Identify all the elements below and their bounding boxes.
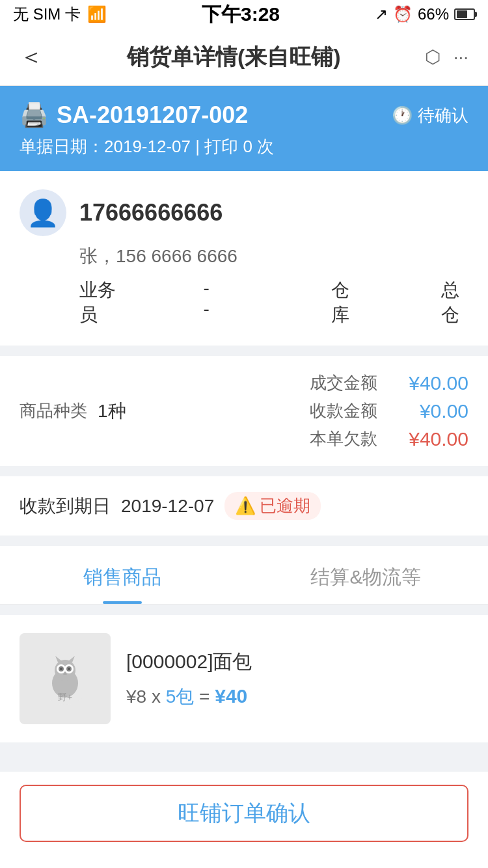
summary-right: 成交金额 ¥40.00 收款金额 ¥0.00 本单欠款 ¥40.00: [310, 372, 468, 450]
total-price: ¥40: [215, 685, 247, 707]
wifi-icon: 📶: [87, 5, 107, 23]
page-title: 销货单详情(来自旺铺): [43, 42, 425, 72]
avatar-icon: 👤: [27, 198, 59, 228]
multiply-sign: x: [152, 686, 161, 707]
warehouse-value: 总仓: [441, 278, 468, 327]
amount-value: ¥40.00: [390, 372, 468, 394]
tabs-section: 销售商品 结算&物流等: [0, 546, 488, 604]
type-row: 商品种类 1种: [20, 399, 126, 424]
status-bar: 无 SIM 卡 📶 下午3:28 ↗ ⏰ 66%: [0, 0, 488, 29]
amount-label: 成交金额: [310, 372, 377, 394]
customer-section: 👤 17666666666 张，156 6666 6666 业务员 -- 仓库 …: [0, 171, 488, 346]
salesperson-label: 业务员: [79, 278, 120, 327]
summary-section: 商品种类 1种 成交金额 ¥40.00 收款金额 ¥0.00 本单欠款 ¥40.…: [0, 356, 488, 466]
customer-row: 👤 17666666666: [20, 189, 468, 236]
product-thumbnail: 野+: [20, 633, 111, 724]
svg-text:野+: 野+: [58, 692, 72, 702]
summary-left: 商品种类 1种: [20, 372, 126, 450]
share-button[interactable]: ⬡: [425, 46, 441, 68]
carrier-label: 无 SIM 卡: [13, 4, 81, 25]
amount-row: 成交金额 ¥40.00: [310, 372, 468, 394]
tab-products[interactable]: 销售商品: [0, 546, 244, 604]
overdue-badge: ⚠️ 已逾期: [224, 492, 321, 520]
status-right: ↗ ⏰ 66%: [375, 5, 475, 23]
product-section: 野+ [0000002]面包 ¥8 x 5包 = ¥40: [0, 615, 488, 742]
salesperson-value: --: [203, 278, 212, 327]
product-info: [0000002]面包 ¥8 x 5包 = ¥40: [126, 633, 468, 724]
battery-icon: [454, 8, 475, 20]
location-icon: ↗: [375, 5, 388, 23]
owed-label: 本单欠款: [310, 427, 377, 450]
unit-price: ¥8: [126, 686, 146, 707]
product-image: 野+: [36, 649, 94, 708]
tab-settlement[interactable]: 结算&物流等: [244, 546, 488, 604]
status-text: 待确认: [418, 104, 468, 127]
bottom-bar: 旺铺订单确认: [0, 772, 488, 868]
status-left: 无 SIM 卡 📶: [13, 4, 107, 25]
time-label: 下午3:28: [202, 1, 280, 28]
owed-row: 本单欠款 ¥40.00: [310, 427, 468, 450]
due-section: 收款到期日 2019-12-07 ⚠️ 已逾期: [0, 476, 488, 536]
order-icon: 🖨️: [20, 102, 49, 129]
overdue-text: 已逾期: [260, 495, 310, 517]
svg-point-7: [60, 668, 62, 670]
alarm-icon: ⏰: [393, 5, 413, 23]
quantity: 5包: [166, 686, 195, 707]
battery-label: 66%: [418, 5, 449, 23]
product-price: ¥8 x 5包 = ¥40: [126, 685, 468, 709]
avatar: 👤: [20, 189, 66, 236]
customer-meta: 业务员 -- 仓库 总仓: [79, 278, 468, 327]
warning-icon: ⚠️: [235, 496, 256, 516]
customer-phone: 17666666666: [79, 199, 223, 226]
tabs-row: 销售商品 结算&物流等: [0, 546, 488, 604]
order-status: 🕐 待确认: [392, 104, 468, 127]
owed-value: ¥40.00: [390, 428, 468, 450]
received-row: 收款金额 ¥0.00: [310, 400, 468, 422]
clock-icon: 🕐: [392, 105, 413, 126]
order-id-text: SA-20191207-002: [57, 102, 248, 129]
warehouse-label: 仓库: [331, 278, 359, 327]
nav-actions: ⬡ ···: [425, 46, 468, 68]
order-id-row: 🖨️ SA-20191207-002 🕐 待确认: [20, 102, 468, 129]
order-header: 🖨️ SA-20191207-002 🕐 待确认 单据日期：2019-12-07…: [0, 86, 488, 171]
product-name: [0000002]面包: [126, 649, 468, 675]
back-button[interactable]: ＜: [20, 41, 43, 73]
order-date: 单据日期：2019-12-07 | 打印 0 次: [20, 135, 468, 158]
type-label: 商品种类: [20, 400, 87, 422]
confirm-order-button[interactable]: 旺铺订单确认: [20, 785, 468, 842]
customer-name: 张，156 6666 6666: [79, 244, 468, 269]
due-date-value: 2019-12-07: [121, 496, 214, 517]
equals-sign: =: [199, 686, 210, 707]
nav-bar: ＜ 销货单详情(来自旺铺) ⬡ ···: [0, 29, 488, 86]
type-value: 1种: [98, 399, 126, 424]
received-value: ¥0.00: [390, 400, 468, 422]
due-date-label: 收款到期日: [20, 494, 111, 519]
received-label: 收款金额: [310, 400, 377, 422]
order-id: 🖨️ SA-20191207-002: [20, 102, 248, 129]
more-button[interactable]: ···: [454, 47, 468, 68]
svg-point-8: [68, 668, 70, 670]
